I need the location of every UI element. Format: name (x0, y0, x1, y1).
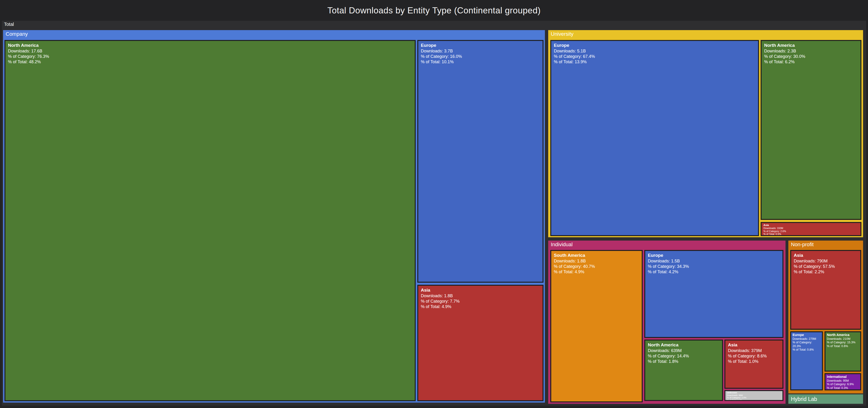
category-company[interactable]: Company North America Downloads: 17.6B %… (3, 30, 545, 403)
tile-region-name: Unknown (727, 391, 781, 394)
tile-pct-category: % of Category: 6.9% (827, 383, 859, 386)
tile-downloads: Downloads: 1.8B (421, 293, 540, 299)
treemap-canvas: Company North America Downloads: 17.6B %… (2, 28, 866, 406)
tile-company-north-america[interactable]: North America Downloads: 17.6B % of Cate… (4, 40, 416, 401)
tile-pct-total: % of Total: 10.1% (421, 59, 540, 65)
tile-pct-total: % of Total: 4.9% (421, 304, 540, 310)
tile-pct-category: % of Category: 34.3% (648, 264, 780, 269)
tile-pct-total: % of Total: 4.9% (554, 269, 639, 275)
tile-region-name: North America (827, 333, 859, 337)
tile-pct-total: % of Total: 48.2% (8, 59, 412, 65)
tile-downloads: Downloads: 17.6B (8, 49, 412, 54)
category-individual-body: South America Downloads: 1.8B % of Categ… (549, 249, 784, 403)
tile-pct-total: % of Total: 0.3% (827, 386, 859, 390)
chart-title: Total Downloads by Entity Type (Continen… (0, 0, 868, 16)
tile-downloads: Downloads: 95M (827, 379, 859, 383)
category-company-label: Company (3, 30, 545, 38)
tile-downloads: Downloads: 210M (827, 337, 859, 341)
tile-individual-south-america[interactable]: South America Downloads: 1.8B % of Categ… (550, 250, 643, 402)
tile-pct-category: % of Category: 7.7% (421, 299, 540, 304)
tile-pct-category: % of Category: 16.0% (421, 54, 540, 59)
tile-pct-category: % of Category: 14.4% (648, 353, 719, 359)
tile-region-name: Europe (648, 253, 780, 258)
category-individual[interactable]: Individual South America Downloads: 1.8B… (548, 240, 785, 404)
tile-pct-category: % of Category: 76.3% (8, 54, 412, 59)
category-individual-label: Individual (548, 240, 785, 249)
category-university-body: Europe Downloads: 5.1B % of Category: 67… (549, 38, 862, 236)
tile-non-profit-asia[interactable]: Asia Downloads: 790M % of Category: 57.5… (790, 250, 861, 330)
tile-non-profit-europe[interactable]: Europe Downloads: 279M % of Category: 20… (790, 331, 823, 390)
tile-pct-total: % of Total: 1.8% (648, 359, 719, 364)
tile-downloads: Downloads: 193M (764, 227, 859, 230)
category-hybrid-lab[interactable]: Hybrid Lab (788, 395, 863, 404)
tile-pct-total: % of Total: 0.2% (727, 399, 781, 401)
tile-downloads: Downloads: 1.8B (554, 258, 639, 264)
tile-pct-category: % of Category: 67.4% (554, 54, 755, 59)
treemap-page: Total Downloads by Entity Type (Continen… (0, 0, 868, 408)
tile-downloads: Downloads: 3.7B (421, 49, 540, 54)
tile-pct-total: % of Total: 1.0% (728, 359, 780, 364)
tile-region-name: Asia (764, 224, 859, 227)
tile-individual-unknown[interactable]: Unknown Downloads: 88M % of Category: 2.… (724, 390, 783, 401)
tile-region-name: South America (554, 253, 639, 258)
tile-non-profit-north-america[interactable]: North America Downloads: 210M % of Categ… (825, 331, 861, 372)
category-non-profit-body: Asia Downloads: 790M % of Category: 57.5… (789, 249, 862, 392)
tile-downloads: Downloads: 639M (648, 348, 719, 353)
tile-pct-total: % of Total: 0.5% (764, 233, 859, 236)
category-non-profit[interactable]: Non-profit Asia Downloads: 790M % of Cat… (788, 240, 863, 394)
tile-company-asia[interactable]: Asia Downloads: 1.8B % of Category: 7.7%… (417, 285, 544, 401)
tile-region-name: International (827, 375, 859, 379)
tile-pct-category: % of Category: 15.3% (827, 341, 859, 345)
category-university[interactable]: University Europe Downloads: 5.1B % of C… (548, 30, 863, 237)
tile-company-europe[interactable]: Europe Downloads: 3.7B % of Category: 16… (417, 40, 544, 283)
category-university-label: University (548, 30, 863, 38)
tile-downloads: Downloads: 88M (727, 394, 781, 397)
tile-region-name: North America (764, 42, 858, 49)
tile-pct-category: % of Category: 20.3% (793, 341, 820, 348)
tile-pct-total: % of Total: 13.9% (554, 59, 755, 65)
tile-downloads: Downloads: 790M (794, 258, 858, 264)
tile-pct-total: % of Total: 0.6% (827, 345, 859, 348)
category-company-body: North America Downloads: 17.6B % of Cate… (4, 38, 544, 401)
tile-pct-category: % of Category: 30.0% (764, 54, 858, 59)
tile-individual-north-america[interactable]: North America Downloads: 639M % of Categ… (644, 340, 723, 401)
tile-pct-category: % of Category: 2.0% (727, 397, 781, 399)
category-non-profit-label: Non-profit (788, 240, 863, 249)
tile-downloads: Downloads: 379M (728, 348, 780, 353)
tile-non-profit-international[interactable]: International Downloads: 95M % of Catego… (825, 373, 861, 390)
tile-region-name: North America (648, 342, 719, 348)
tile-university-north-america[interactable]: North America Downloads: 2.3B % of Categ… (761, 40, 861, 220)
tile-pct-category: % of Category: 40.7% (554, 264, 639, 269)
tile-pct-category: % of Category: 8.6% (728, 353, 780, 359)
tile-pct-total: % of Total: 4.2% (648, 269, 780, 275)
root-container: Total Company North America Downloads: 1… (2, 21, 866, 406)
tile-pct-category: % of Category: 57.5% (794, 264, 858, 269)
tile-downloads: Downloads: 2.3B (764, 49, 858, 54)
tile-region-name: North America (8, 42, 412, 49)
root-label: Total (4, 22, 14, 27)
tile-university-asia[interactable]: Asia Downloads: 193M % of Category: 2.6%… (761, 222, 861, 236)
tile-region-name: Europe (421, 42, 540, 49)
tile-downloads: Downloads: 5.1B (554, 49, 755, 54)
tile-university-europe[interactable]: Europe Downloads: 5.1B % of Category: 67… (550, 40, 759, 236)
tile-region-name: Asia (421, 287, 540, 293)
tile-individual-asia[interactable]: Asia Downloads: 379M % of Category: 8.6%… (724, 340, 783, 389)
tile-pct-total: % of Total: 0.8% (793, 348, 820, 352)
tile-region-name: Asia (794, 253, 858, 258)
tile-pct-total: % of Total: 2.2% (794, 269, 858, 275)
tile-region-name: Europe (554, 42, 755, 49)
tile-downloads: Downloads: 279M (793, 337, 820, 341)
tile-region-name: Asia (728, 342, 780, 348)
tile-downloads: Downloads: 1.5B (648, 258, 780, 264)
tile-individual-europe[interactable]: Europe Downloads: 1.5B % of Category: 34… (644, 250, 783, 338)
tile-pct-total: % of Total: 6.2% (764, 59, 858, 65)
tile-pct-category: % of Category: 2.6% (764, 230, 859, 233)
tile-region-name: Europe (793, 333, 820, 337)
category-hybrid-lab-label: Hybrid Lab (788, 395, 863, 404)
